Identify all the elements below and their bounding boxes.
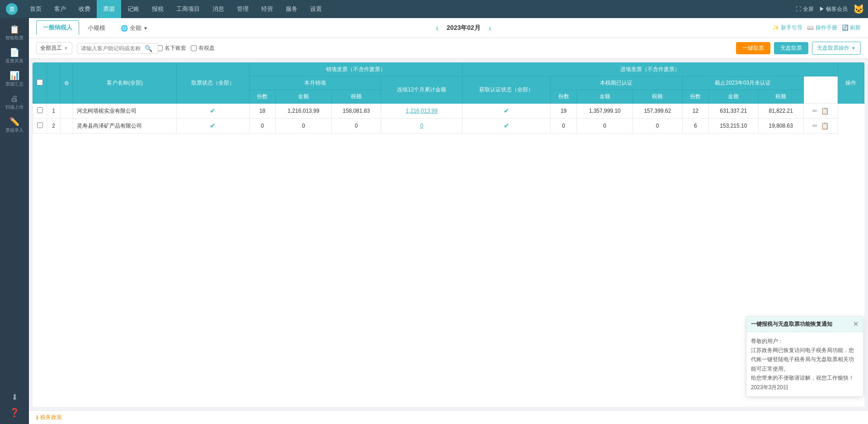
manual-btn[interactable]: 📖 操作手册	[807, 24, 837, 32]
app-logo: 票	[4, 1, 20, 17]
col-deadline-amount: 金额	[709, 90, 759, 104]
row-config-1	[61, 119, 73, 133]
one-click-collect-btn[interactable]: 一键取票	[736, 42, 770, 54]
refresh-btn[interactable]: 🔄 刷新	[842, 24, 861, 32]
col-status-header: 取票状态（全部）	[176, 63, 249, 104]
row-view-icon-1[interactable]: 📋	[821, 122, 829, 129]
sidebar-item-smart-collect[interactable]: 📋 智能取票	[0, 22, 29, 45]
tax-disk-checkbox[interactable]	[191, 45, 197, 51]
nav-settings[interactable]: 设置	[304, 0, 328, 18]
filter-bar: 全部员工 ▼ 🔍 名下账套 有税盘 一键取票 无盘取票 无盘取票操作 ▼	[29, 38, 868, 59]
col-config-header[interactable]: ⚙	[61, 63, 73, 104]
row-period-tax-0: 157,399.62	[633, 104, 683, 119]
row-edit-icon-1[interactable]: ✏	[812, 122, 818, 129]
nav-customer[interactable]: 客户	[48, 0, 72, 18]
notification-header: 一键报税与无盘取票功能恢复通知 ✕	[746, 317, 863, 332]
nav-fee[interactable]: 收费	[72, 0, 97, 18]
row-customer-0: 河北柯塔柅实业有限公司	[73, 104, 177, 119]
select-all-checkbox[interactable]	[37, 79, 43, 86]
row-edit-icon-0[interactable]: ✏	[812, 107, 818, 114]
date-navigation: ‹ 2023年02月 ›	[156, 23, 771, 33]
sidebar-item-invoice-summary[interactable]: 📊 票据汇总	[0, 68, 29, 91]
tax-policy-link[interactable]: ℹ 税务政策	[36, 414, 62, 421]
info-icon: ℹ	[36, 414, 38, 421]
tab-right-actions: ✨ 新手引导 📖 操作手册 🔄 刷新	[773, 24, 861, 32]
sidebar-download[interactable]: ⬇	[0, 390, 29, 405]
row-period-amount-1: 0	[577, 119, 633, 133]
user-avatar[interactable]: 🐱	[853, 4, 864, 14]
notif-line3: 给您带来的不便敬请谅解，祝您工作愉快！	[751, 373, 859, 382]
row-view-icon-0[interactable]: 📋	[821, 107, 829, 114]
nav-manage[interactable]: 管理	[231, 0, 255, 18]
row-serial-0: 1	[47, 104, 61, 119]
employee-select[interactable]: 全部员工 ▼	[36, 42, 72, 54]
row-cert-status-0: ✔	[462, 104, 551, 119]
col-sales-amount: 金额	[275, 90, 331, 104]
new-guide-btn[interactable]: ✨ 新手引导	[773, 24, 802, 32]
search-button[interactable]: 🔍	[145, 45, 152, 52]
next-month-btn[interactable]: ›	[486, 23, 494, 33]
row-deadline-amount-1: 153,215.10	[709, 119, 759, 133]
svg-text:票: 票	[9, 6, 15, 13]
row-action-1: ✏ 📋	[803, 119, 838, 133]
row-deadline-tax-0: 81,822.21	[758, 104, 803, 119]
tab-small-scale[interactable]: 小规模	[81, 21, 112, 35]
tab-general-taxpayer[interactable]: 一般纳税人	[36, 20, 79, 35]
nav-menu: 首页 客户 收费 票据 记账 报税 工商项目 消息 管理 经营 服务 设置	[24, 0, 796, 18]
nav-tax[interactable]: 报税	[146, 0, 170, 18]
col-serial-header	[47, 63, 61, 104]
invoice-table: ⚙ 客户名称(全部) 取票状态（全部） 销项发票（不含作废票） 进项发票（不含作…	[33, 62, 864, 133]
notif-line1: 尊敬的用户：	[751, 337, 859, 346]
no-disk-ops-btn[interactable]: 无盘取票操作 ▼	[812, 42, 861, 55]
row-action-0: ✏ 📋	[803, 104, 838, 119]
tab-full[interactable]: 🌐 全能 ▼	[114, 21, 155, 35]
nav-operation[interactable]: 经营	[255, 0, 279, 18]
col-this-period-header: 本税期已认证	[550, 76, 682, 90]
nav-message[interactable]: 消息	[206, 0, 231, 18]
col-checkbox-header[interactable]	[33, 63, 47, 104]
row-serial-1: 2	[47, 119, 61, 133]
sidebar-item-invoice-open[interactable]: 📄 发票开具	[0, 45, 29, 68]
row-month-amount-0: 1,216,013.99	[275, 104, 331, 119]
row-customer-1: 灵寿县尚泽矿产品有限公司	[73, 119, 177, 133]
sidebar-label-invoice-open: 发票开具	[5, 58, 24, 64]
nav-service[interactable]: 服务	[279, 0, 304, 18]
nav-bookkeeping[interactable]: 记账	[121, 0, 146, 18]
main-content: 一般纳税人 小规模 🌐 全能 ▼ ‹ 2023年02月 › ✨ 新手引导 📖 操…	[29, 18, 868, 424]
row-checkbox-0[interactable]	[33, 104, 47, 119]
fullscreen-btn[interactable]: ⛶ 全屏	[796, 5, 813, 13]
sidebar-item-data-entry[interactable]: ✏️ 票据录入	[0, 114, 29, 137]
row-checkbox-1[interactable]	[33, 119, 47, 133]
full-tab-icon: 🌐	[121, 25, 128, 32]
nav-business[interactable]: 工商项目	[170, 0, 206, 18]
tab-full-label: 全能	[130, 24, 142, 32]
notif-date: 2023年3月20日	[751, 383, 859, 392]
col-period-tax: 税额	[633, 90, 683, 104]
notification-close-btn[interactable]: ✕	[853, 320, 859, 328]
col-period-count: 份数	[550, 90, 576, 104]
sidebar-item-scan-upload[interactable]: 🖨 扫描上传	[0, 91, 29, 114]
notification-popup: 一键报税与无盘取票功能恢复通知 ✕ 尊敬的用户： 江苏政务网已恢复访问电子税务局…	[746, 316, 863, 397]
sidebar-label-data-entry: 票据录入	[5, 127, 24, 133]
tab-bar: 一般纳税人 小规模 🌐 全能 ▼ ‹ 2023年02月 › ✨ 新手引导 📖 操…	[29, 18, 868, 38]
prev-month-btn[interactable]: ‹	[433, 23, 441, 33]
row-month-count-0: 18	[249, 104, 275, 119]
nav-invoice[interactable]: 票据	[97, 0, 121, 18]
row-deadline-amount-0: 631,337.21	[709, 104, 759, 119]
nav-home[interactable]: 首页	[24, 0, 48, 18]
sidebar-help[interactable]: ❓	[0, 405, 29, 420]
col-sales-count: 份数	[249, 90, 275, 104]
row-deadline-count-0: 12	[682, 104, 708, 119]
row-period-tax-1: 0	[633, 119, 683, 133]
row-month-tax-0: 158,081.83	[331, 104, 381, 119]
tax-disk-checkbox-label[interactable]: 有税盘	[191, 44, 215, 52]
my-account-checkbox-label[interactable]: 名下账套	[157, 44, 186, 52]
employee-select-label: 全部员工	[40, 44, 62, 52]
current-date: 2023年02月	[447, 24, 481, 32]
no-disk-collect-btn[interactable]: 无盘取票	[774, 42, 808, 54]
help-icon: ❓	[9, 409, 19, 417]
col-group-sales: 销项发票（不含作废票）	[249, 63, 462, 76]
col-continuous12-header: 连续12个月累计金额	[381, 76, 462, 104]
download-icon: ⬇	[11, 393, 18, 401]
member-btn[interactable]: ▶ 畅客会员	[819, 5, 848, 13]
